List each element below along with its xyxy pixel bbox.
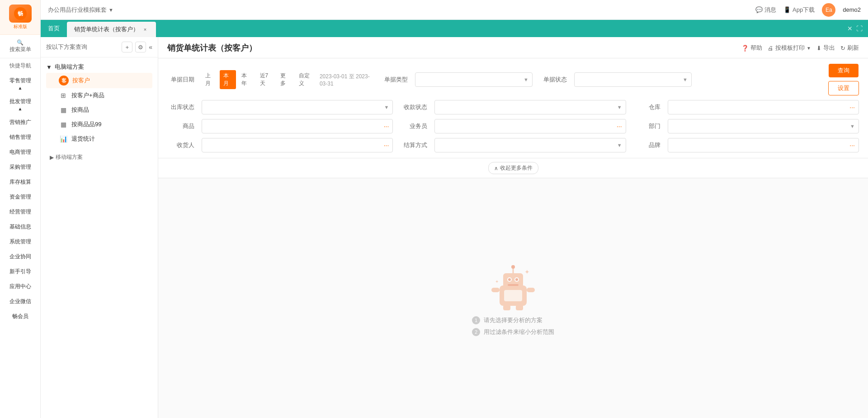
window-close-button[interactable]: ✕ [847,25,853,32]
date-btn-7days[interactable]: 近7天 [256,70,275,89]
sidebar-item-basic[interactable]: 基础信息 [0,219,40,234]
date-btn-custom[interactable]: 自定义 [295,70,316,89]
sidebar-item-retail[interactable]: 零售管理 ▲ [0,73,40,94]
industry-selector[interactable]: 办公用品行业模拟账套 ▼ [48,6,113,14]
date-btn-more[interactable]: 更多 [277,70,293,89]
main-content: 办公用品行业模拟账套 ▼ 💬 消息 📱 App下载 Ea demo2 首页 销货… [41,0,868,418]
sidebar-search[interactable]: 🔍 搜索菜单 [0,35,40,58]
sidebar-item-inventory[interactable]: 库存核算 [0,175,40,190]
sidebar-logo[interactable]: 畅 标准版 [0,0,40,35]
scheme-return-stats[interactable]: 📊 退货统计 [46,132,152,146]
help-icon: ❓ [741,45,749,52]
username-label[interactable]: demo2 [843,6,861,13]
svg-rect-15 [516,305,523,310]
scheme-by-product[interactable]: ▦ 按商品 [46,103,152,117]
sidebar-item-operation[interactable]: 经营管理 [0,204,40,219]
sidebar-item-enterprise[interactable]: 企业协同 [0,249,40,264]
sidebar-item-label: 应用中心 [9,283,31,290]
sidebar-item-wholesale[interactable]: 批发管理 ▲ [0,94,40,115]
pc-scheme-group-header[interactable]: ▼ 电脑端方案 [46,61,152,73]
scheme-settings-button[interactable]: ⚙ [135,42,146,52]
avatar[interactable]: Ea [822,3,835,17]
sidebar-item-label: 资金管理 [9,193,31,201]
page-header-actions: ❓ 帮助 🖨 按模板打印 ▼ ⬇ 导出 ↻ 刷新 [741,44,859,52]
sidebar-item-label: 畅会员 [12,313,28,320]
tab-sales-stats[interactable]: 销货单统计表（按客户） × [67,22,156,37]
scheme-by-customer-product-label: 按客户+商品 [71,91,104,100]
collapse-filter-button[interactable]: ∧ 收起更多条件 [488,162,538,174]
sidebar-item-finance[interactable]: 资金管理 [0,190,40,204]
receiver-input[interactable]: ··· [202,138,393,152]
mobile-scheme-group-header[interactable]: ▶ 移动端方案 [41,152,158,163]
sidebar-item-label: 基础信息 [9,223,31,231]
salesperson-dots-icon[interactable]: ··· [617,123,622,130]
receiver-label: 收货人 [167,141,194,149]
add-scheme-button[interactable]: + [122,42,132,52]
receipt-status-select[interactable]: ▼ [434,100,626,114]
product-dots-icon[interactable]: ··· [384,123,389,130]
filter-row-1: 单据日期 上月 本月 本年 近7天 更多 自定义 2023-03-01 至 20… [167,64,859,95]
refresh-button[interactable]: ↻ 刷新 [840,44,859,52]
help-button[interactable]: ❓ 帮助 [741,44,762,52]
receiver-dots-icon[interactable]: ··· [384,142,389,149]
logo-subtitle: 标准版 [4,24,37,30]
brand-dots-icon[interactable]: ··· [849,142,855,149]
app-download-label: App下载 [793,6,815,14]
out-status-select[interactable]: ▼ [202,100,393,114]
sidebar-item-member[interactable]: 畅会员 [0,309,40,324]
scheme-by-customer-product[interactable]: ⊞ 按客户+商品 [46,88,152,103]
help-label: 帮助 [750,44,762,52]
sidebar-item-ecommerce[interactable]: 电商管理 [0,145,40,160]
tip-text-1: 请先选择要分析的方案 [484,316,542,324]
sidebar-item-appcenter[interactable]: 应用中心 [0,279,40,294]
print-button[interactable]: 🖨 按模板打印 ▼ [768,44,811,52]
svg-rect-13 [504,290,522,301]
scheme-by-customer[interactable]: 客 按客户 [46,73,152,88]
print-label: 按模板打印 [775,44,805,52]
search-icon: 🔍 [4,39,37,46]
left-panel-header: 按以下方案查询 + ⚙ « [41,37,158,57]
quick-nav[interactable]: 快捷导航 [0,58,40,73]
settlement-label: 结算方式 [400,141,427,149]
svg-text:✦: ✦ [524,268,530,276]
warehouse-dots-icon[interactable]: ··· [849,104,855,111]
tab-home[interactable]: 首页 [41,20,67,37]
sidebar-item-label: 新手引导 [9,268,31,276]
sidebar-item-label: 企业微信 [9,298,31,305]
department-select[interactable]: ▼ [668,119,859,133]
empty-state-tips: 1 请先选择要分析的方案 2 用过滤条件来缩小分析范围 [472,316,554,336]
tab-close-button[interactable]: × [142,26,149,33]
brand-input[interactable]: ··· [668,138,859,152]
app-download-button[interactable]: 📱 App下载 [783,6,815,14]
salesperson-input[interactable]: ··· [434,119,626,133]
sidebar-item-marketing[interactable]: 营销推广 [0,115,40,130]
scheme-by-product99[interactable]: ▦ 按商品品99 [46,117,152,132]
date-btn-prev-month[interactable]: 上月 [202,70,218,89]
sidebar-item-purchase[interactable]: 采购管理 [0,160,40,175]
order-type-select[interactable]: ▼ [415,72,533,87]
product-input[interactable]: ··· [202,119,393,133]
sidebar-item-system[interactable]: 系统管理 [0,234,40,249]
settlement-select[interactable]: ▼ [434,138,626,152]
collapse-label: 收起更多条件 [500,164,533,172]
sidebar-item-sales[interactable]: 销售管理 [0,130,40,145]
export-icon: ⬇ [816,45,821,52]
date-btn-this-year[interactable]: 本年 [238,70,254,89]
order-status-select[interactable]: ▼ [574,72,692,87]
settings-button[interactable]: 设置 [828,81,859,95]
sidebar-item-wechat[interactable]: 企业微信 [0,294,40,309]
refresh-label: 刷新 [847,44,859,52]
sidebar-item-label: 电商管理 [9,148,31,156]
query-button[interactable]: 查询 [829,64,859,77]
tip-number-1: 1 [472,316,480,324]
window-max-button[interactable]: ⛶ [856,25,863,32]
message-button[interactable]: 💬 消息 [755,6,776,14]
date-btn-this-month[interactable]: 本月 [220,70,236,89]
warehouse-input[interactable]: ··· [668,100,859,114]
sidebar-item-newbie[interactable]: 新手引导 [0,264,40,279]
export-button[interactable]: ⬇ 导出 [816,44,835,52]
order-status-label: 单据状态 [540,76,567,84]
collapse-panel-button[interactable]: « [149,43,152,51]
export-label: 导出 [823,44,835,52]
right-panel: 销货单统计表（按客户） ❓ 帮助 🖨 按模板打印 ▼ ⬇ 导出 [158,37,868,418]
